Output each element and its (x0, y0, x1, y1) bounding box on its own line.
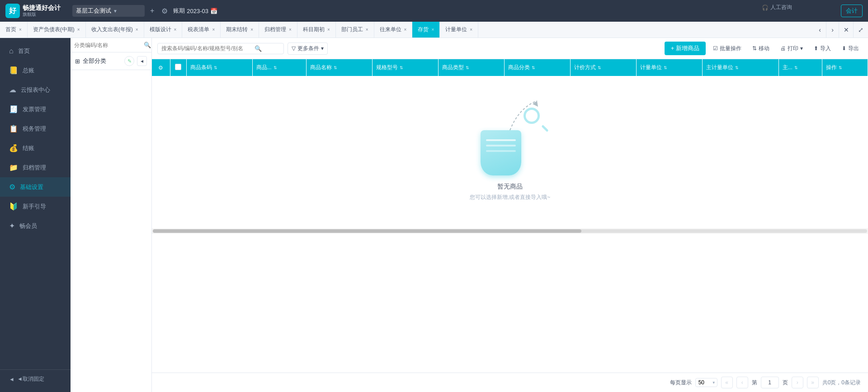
settings-gear-icon[interactable]: ⚙ (160, 7, 170, 15)
sort-icon[interactable]: ⇅ (735, 66, 739, 70)
sidebar-label-settle: 结账 (23, 144, 34, 152)
kuaiji-button[interactable]: 会计 (841, 5, 863, 17)
tab-close-icon[interactable]: × (77, 27, 80, 32)
empty-state: 暂无商品 您可以选择新增,或者直接导入哦~ (152, 76, 868, 228)
sidebar-item-settings[interactable]: ⚙ 基础设置 (0, 177, 71, 197)
next-page-btn[interactable]: › (792, 377, 803, 388)
prev-page-btn[interactable]: ‹ (736, 377, 748, 388)
batch-btn[interactable]: ☑ 批量操作 (709, 43, 745, 54)
scrollbar-thumb[interactable] (153, 229, 581, 233)
search-icon[interactable]: 🔍 (255, 45, 262, 52)
sort-icon[interactable]: ⇅ (466, 66, 469, 70)
tab-close-icon[interactable]: × (431, 27, 434, 32)
tab-close-icon[interactable]: × (289, 27, 292, 32)
human-service-btn[interactable]: 🎧 人工咨询 (758, 2, 796, 13)
header-checkbox[interactable] (175, 64, 181, 70)
vip-icon: ✦ (9, 222, 15, 230)
col-header-action[interactable]: 操作⇅ (822, 59, 868, 76)
sort-icon[interactable]: ⇅ (839, 66, 842, 70)
import-btn[interactable]: ⬆ 导入 (810, 43, 835, 54)
sort-icon[interactable]: ⇅ (598, 66, 601, 70)
tab-close-all[interactable]: ✕ (839, 22, 854, 38)
company-selector[interactable]: 基层工会测试 ▼ (72, 5, 145, 17)
tab-nav-right[interactable]: › (826, 22, 839, 38)
col-header-name[interactable]: 商品名称⇅ (306, 59, 372, 76)
first-page-btn[interactable]: « (721, 377, 733, 388)
export-btn[interactable]: ⬇ 导出 (838, 43, 863, 54)
col-header-unit[interactable]: 计量单位⇅ (636, 59, 702, 76)
tab-close-icon[interactable]: × (366, 27, 368, 32)
sidebar-item-settle[interactable]: 💰 结账 (0, 138, 71, 158)
sidebar-item-invoice[interactable]: 🧾 发票管理 (0, 99, 71, 119)
sidebar-item-guide[interactable]: 🔰 新手引导 (0, 197, 71, 216)
col-header-settings[interactable]: ⚙ (152, 59, 170, 76)
move-icon: ⇅ (752, 45, 757, 52)
filter-btn[interactable]: ▽ 更多条件 ▾ (288, 43, 328, 55)
tab-close-icon[interactable]: × (250, 27, 253, 32)
tab-close-icon[interactable]: × (19, 27, 22, 32)
sort-icon[interactable]: ⇅ (214, 66, 217, 70)
sidebar-item-ledger[interactable]: 📒 总账 (0, 61, 71, 80)
col-header-barcode[interactable]: 商品条码⇅ (186, 59, 252, 76)
tab-部门员工[interactable]: 部门员工× (336, 22, 374, 38)
unpin-sidebar-btn[interactable]: ◄ ◄取消固定 (0, 369, 71, 388)
new-product-btn[interactable]: + 新增商品 (665, 42, 706, 55)
tab-收入支出表(年报)[interactable]: 收入支出表(年报)× (86, 22, 144, 38)
sidebar-item-home[interactable]: ⌂ 首页 (0, 42, 71, 61)
sort-icon[interactable]: ⇅ (274, 66, 277, 70)
tab-close-icon[interactable]: × (327, 27, 330, 32)
col-header-type[interactable]: 商品类型⇅ (438, 59, 504, 76)
sidebar-item-vip[interactable]: ✦ 畅会员 (0, 216, 71, 236)
sort-icon[interactable]: ⇅ (400, 66, 403, 70)
tab-nav-left[interactable]: ‹ (814, 22, 826, 38)
add-company-icon[interactable]: + (148, 7, 156, 15)
col-header-price_method[interactable]: 计价方式⇅ (570, 59, 636, 76)
tab-往来单位[interactable]: 往来单位× (374, 22, 413, 38)
collapse-panel-btn[interactable]: ◂ (137, 56, 147, 66)
print-btn[interactable]: 🖨 打印 ▾ (777, 43, 807, 54)
sidebar-label-tax: 税务管理 (23, 125, 46, 133)
category-search-input[interactable] (74, 42, 142, 48)
per-page-select[interactable]: 102050100 (695, 378, 717, 387)
tab-close-icon[interactable]: × (174, 27, 177, 32)
col-header-code[interactable]: 商品...⇅ (252, 59, 306, 76)
sort-icon[interactable]: ⇅ (664, 66, 667, 70)
edit-category-btn[interactable]: ✎ (124, 56, 134, 66)
col-header-main_unit[interactable]: 主计量单位⇅ (702, 59, 778, 76)
last-page-btn[interactable]: » (807, 377, 819, 388)
table-header: ⚙商品条码⇅商品...⇅商品名称⇅规格型号⇅商品类型⇅商品分类⇅计价方式⇅计量单… (152, 59, 868, 76)
logo-icon: 好 (5, 4, 20, 18)
table-settings-icon[interactable]: ⚙ (158, 65, 163, 71)
col-header-category[interactable]: 商品分类⇅ (504, 59, 570, 76)
sort-icon[interactable]: ⇅ (794, 66, 798, 70)
sidebar-item-archive[interactable]: 📁 归档管理 (0, 158, 71, 177)
sort-icon[interactable]: ⇅ (334, 66, 337, 70)
tab-模版设计[interactable]: 模版设计× (144, 22, 183, 38)
category-search-icon[interactable]: 🔍 (144, 42, 151, 48)
col-header-check[interactable] (170, 59, 186, 76)
tab-税表清单[interactable]: 税表清单× (182, 22, 221, 38)
sidebar-item-tax[interactable]: 📋 税务管理 (0, 119, 71, 138)
tab-计量单位[interactable]: 计量单位× (440, 22, 478, 38)
tab-科目期初[interactable]: 科目期初× (297, 22, 336, 38)
tab-expand[interactable]: ⤢ (854, 22, 868, 38)
move-btn[interactable]: ⇅ 移动 (749, 43, 773, 54)
tab-close-icon[interactable]: × (404, 27, 407, 32)
tab-close-icon[interactable]: × (136, 27, 138, 32)
col-header-col3[interactable]: 主...⇅ (778, 59, 822, 76)
calendar-icon[interactable]: 📅 (210, 8, 217, 14)
tab-归档管理[interactable]: 归档管理× (259, 22, 297, 38)
tab-期末结转[interactable]: 期末结转× (221, 22, 259, 38)
sidebar-item-reports[interactable]: ☁ 云报表中心 (0, 80, 71, 99)
tab-首页[interactable]: 首页× (0, 22, 28, 38)
tab-存货[interactable]: 存货× (412, 22, 440, 38)
tab-close-icon[interactable]: × (470, 27, 472, 32)
search-input[interactable] (161, 45, 252, 52)
horizontal-scrollbar[interactable] (152, 228, 868, 234)
col-header-spec[interactable]: 规格型号⇅ (372, 59, 438, 76)
tab-资产负债表(中期)[interactable]: 资产负债表(中期)× (28, 22, 86, 38)
tab-close-icon[interactable]: × (212, 27, 215, 32)
sort-icon[interactable]: ⇅ (532, 66, 535, 70)
page-input[interactable] (761, 377, 779, 388)
import-label: 导入 (820, 45, 831, 52)
